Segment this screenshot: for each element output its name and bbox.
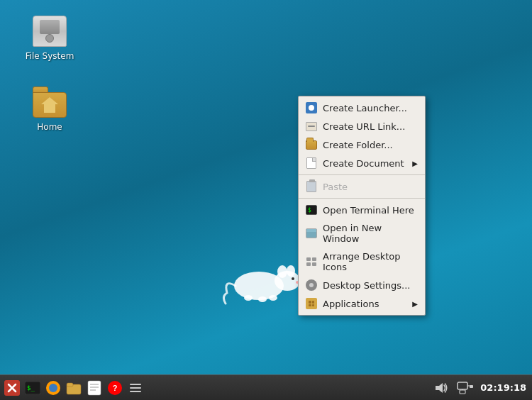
menu-item-create-url[interactable]: Create URL Link... <box>299 117 425 135</box>
menu-item-paste: Paste <box>299 177 425 196</box>
svg-point-10 <box>258 296 267 302</box>
taskbar-icon-files[interactable] <box>65 379 83 397</box>
svg-rect-20 <box>67 383 73 387</box>
svg-text:?: ? <box>113 384 118 392</box>
svg-point-11 <box>269 295 277 301</box>
menu-item-open-terminal[interactable]: $ Open Terminal Here <box>299 201 425 219</box>
svg-marker-30 <box>436 383 443 393</box>
svg-rect-32 <box>460 390 465 394</box>
open-new-window-icon <box>304 228 318 239</box>
arrange-icons-icon <box>304 256 318 267</box>
svg-point-18 <box>49 384 57 392</box>
create-url-icon <box>304 121 318 132</box>
menu-separator-2 <box>299 198 425 199</box>
create-launcher-icon <box>304 102 318 113</box>
svg-point-9 <box>244 295 253 301</box>
taskbar-icon-help[interactable]: ? <box>106 379 124 397</box>
svg-point-4 <box>292 277 294 280</box>
create-document-arrow: ▶ <box>412 160 418 167</box>
open-terminal-icon: $ <box>304 204 318 216</box>
filesystem-icon <box>33 14 67 48</box>
menu-item-create-folder[interactable]: Create Folder... <box>299 135 425 154</box>
desktop-settings-label: Desktop Settings... <box>323 280 418 291</box>
desktop-settings-icon <box>304 279 318 291</box>
home-icon <box>33 85 67 119</box>
taskbar-icon-editor[interactable] <box>85 379 104 397</box>
menu-item-open-new-window[interactable]: Open in New Window <box>299 219 425 248</box>
taskbar-icon-close[interactable] <box>3 379 21 397</box>
menu-separator-1 <box>299 174 425 175</box>
svg-rect-21 <box>88 381 101 395</box>
svg-text:$_: $_ <box>27 384 35 391</box>
applications-icon <box>304 298 318 309</box>
desktop-icon-home[interactable]: Home <box>21 85 78 133</box>
filesystem-label: File System <box>26 51 74 62</box>
taskbar-right: 02:19:18 <box>426 379 532 397</box>
context-menu: Create Launcher... Create URL Link... Cr… <box>298 96 426 316</box>
svg-point-2 <box>277 265 287 278</box>
taskbar-icon-network[interactable] <box>456 379 475 397</box>
taskbar: $_ <box>0 374 532 400</box>
applications-arrow: ▶ <box>412 300 418 308</box>
taskbar-icon-firefox[interactable] <box>44 379 62 397</box>
svg-rect-34 <box>470 385 473 388</box>
applications-label: Applications <box>323 299 409 309</box>
taskbar-icon-terminal[interactable]: $_ <box>23 379 42 397</box>
create-document-icon <box>304 157 318 169</box>
create-folder-label: Create Folder... <box>323 140 418 150</box>
open-terminal-label: Open Terminal Here <box>323 205 418 216</box>
menu-item-create-launcher[interactable]: Create Launcher... <box>299 99 425 117</box>
taskbar-clock: 02:19:18 <box>480 382 526 393</box>
create-document-label: Create Document <box>323 158 409 169</box>
taskbar-left: $_ <box>0 379 148 397</box>
mouse-mascot <box>220 254 305 311</box>
create-folder-icon <box>304 139 318 150</box>
paste-icon <box>304 181 318 192</box>
svg-point-3 <box>287 265 295 277</box>
create-launcher-label: Create Launcher... <box>323 103 418 113</box>
menu-item-arrange-icons[interactable]: Arrange Desktop Icons <box>299 248 425 276</box>
taskbar-icon-menu[interactable] <box>126 379 145 397</box>
open-new-window-label: Open in New Window <box>323 223 418 244</box>
home-label: Home <box>37 122 62 133</box>
menu-item-create-document[interactable]: Create Document ▶ <box>299 154 425 172</box>
arrange-icons-label: Arrange Desktop Icons <box>323 251 418 272</box>
desktop-icon-filesystem[interactable]: File System <box>21 14 78 62</box>
menu-item-desktop-settings[interactable]: Desktop Settings... <box>299 276 425 294</box>
create-url-label: Create URL Link... <box>323 121 418 132</box>
svg-rect-31 <box>458 382 467 389</box>
paste-label: Paste <box>323 182 418 192</box>
desktop: File System Home <box>0 0 532 374</box>
menu-item-applications[interactable]: Applications ▶ <box>299 294 425 313</box>
taskbar-icon-speaker[interactable] <box>432 379 450 397</box>
